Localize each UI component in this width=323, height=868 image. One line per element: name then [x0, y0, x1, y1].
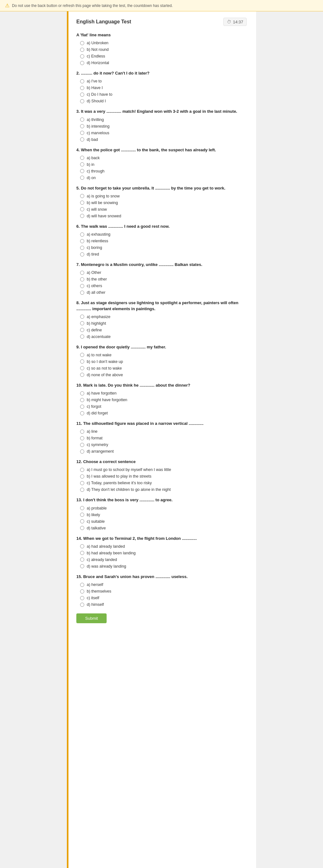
- option-11-0[interactable]: a) line: [76, 429, 247, 434]
- radio-10-3[interactable]: [80, 411, 84, 415]
- radio-9-0[interactable]: [80, 353, 84, 357]
- radio-7-0[interactable]: [80, 271, 84, 275]
- option-5-1[interactable]: b) will be snowing: [76, 200, 247, 205]
- radio-14-0[interactable]: [80, 544, 84, 548]
- radio-11-0[interactable]: [80, 430, 84, 434]
- radio-3-0[interactable]: [80, 118, 84, 122]
- radio-10-2[interactable]: [80, 405, 84, 409]
- option-8-2[interactable]: c) define: [76, 328, 247, 333]
- option-7-2[interactable]: c) others: [76, 283, 247, 288]
- radio-4-0[interactable]: [80, 156, 84, 160]
- radio-11-1[interactable]: [80, 436, 84, 440]
- option-6-3[interactable]: d) tired: [76, 252, 247, 257]
- radio-9-1[interactable]: [80, 360, 84, 364]
- option-9-3[interactable]: d) none of the above: [76, 372, 247, 377]
- radio-14-3[interactable]: [80, 564, 84, 568]
- option-6-2[interactable]: c) boring: [76, 245, 247, 250]
- option-10-0[interactable]: a) have forgotten: [76, 391, 247, 396]
- option-1-1[interactable]: b) Not round: [76, 47, 247, 52]
- option-6-1[interactable]: b) relentless: [76, 239, 247, 244]
- option-14-0[interactable]: a) had already landed: [76, 544, 247, 549]
- option-13-0[interactable]: a) probable: [76, 506, 247, 511]
- radio-1-1[interactable]: [80, 48, 84, 52]
- option-11-2[interactable]: c) symmetry: [76, 442, 247, 447]
- radio-7-2[interactable]: [80, 284, 84, 288]
- radio-10-0[interactable]: [80, 391, 84, 396]
- option-4-2[interactable]: c) through: [76, 169, 247, 174]
- radio-2-1[interactable]: [80, 86, 84, 90]
- option-13-3[interactable]: d) talkative: [76, 526, 247, 531]
- radio-1-2[interactable]: [80, 54, 84, 58]
- option-12-3[interactable]: d) They don't let children to go alone i…: [76, 487, 247, 492]
- option-2-1[interactable]: b) Have I: [76, 85, 247, 90]
- radio-3-2[interactable]: [80, 131, 84, 135]
- radio-14-1[interactable]: [80, 551, 84, 555]
- radio-6-2[interactable]: [80, 246, 84, 250]
- radio-8-1[interactable]: [80, 321, 84, 326]
- option-11-1[interactable]: b) format: [76, 436, 247, 441]
- option-7-1[interactable]: b) the other: [76, 277, 247, 282]
- radio-12-1[interactable]: [80, 474, 84, 478]
- option-15-3[interactable]: d) himself: [76, 602, 247, 607]
- option-14-1[interactable]: b) had already been landing: [76, 551, 247, 556]
- radio-6-3[interactable]: [80, 252, 84, 256]
- radio-1-3[interactable]: [80, 61, 84, 65]
- option-10-1[interactable]: b) might have forgotten: [76, 397, 247, 402]
- radio-7-1[interactable]: [80, 277, 84, 281]
- option-15-0[interactable]: a) herself: [76, 582, 247, 587]
- radio-4-3[interactable]: [80, 176, 84, 180]
- radio-5-1[interactable]: [80, 200, 84, 205]
- option-7-0[interactable]: a) Other: [76, 270, 247, 275]
- option-13-2[interactable]: c) suitable: [76, 519, 247, 524]
- option-2-3[interactable]: d) Should I: [76, 98, 247, 103]
- radio-2-3[interactable]: [80, 99, 84, 103]
- radio-2-0[interactable]: [80, 79, 84, 83]
- option-10-2[interactable]: c) forgot: [76, 404, 247, 409]
- option-3-0[interactable]: a) thrilling: [76, 117, 247, 122]
- option-12-2[interactable]: c) Today, parents believe it's too risky: [76, 480, 247, 486]
- option-1-0[interactable]: a) Unbroken: [76, 40, 247, 45]
- option-14-3[interactable]: d) was already landing: [76, 564, 247, 569]
- option-3-3[interactable]: d) bad: [76, 137, 247, 142]
- radio-12-3[interactable]: [80, 488, 84, 492]
- radio-8-2[interactable]: [80, 328, 84, 332]
- radio-15-3[interactable]: [80, 603, 84, 607]
- radio-15-0[interactable]: [80, 583, 84, 587]
- option-6-0[interactable]: a) exhausting: [76, 232, 247, 237]
- radio-14-2[interactable]: [80, 558, 84, 562]
- option-1-2[interactable]: c) Endless: [76, 54, 247, 59]
- option-12-0[interactable]: a) I must go to school by myself when I …: [76, 467, 247, 472]
- radio-5-3[interactable]: [80, 214, 84, 218]
- option-2-0[interactable]: a) I've to: [76, 79, 247, 84]
- option-4-3[interactable]: d) on: [76, 175, 247, 180]
- radio-5-0[interactable]: [80, 194, 84, 198]
- radio-1-0[interactable]: [80, 41, 84, 45]
- option-5-0[interactable]: a) is going to snow: [76, 194, 247, 199]
- radio-13-3[interactable]: [80, 526, 84, 530]
- radio-3-3[interactable]: [80, 137, 84, 142]
- radio-13-0[interactable]: [80, 506, 84, 510]
- submit-button[interactable]: Submit: [76, 613, 107, 623]
- radio-8-0[interactable]: [80, 315, 84, 319]
- option-12-1[interactable]: b) I was allowed to play in the streets: [76, 474, 247, 479]
- option-9-2[interactable]: c) so as not to wake: [76, 366, 247, 371]
- option-8-3[interactable]: d) accentuate: [76, 334, 247, 339]
- radio-9-3[interactable]: [80, 373, 84, 377]
- radio-3-1[interactable]: [80, 124, 84, 128]
- radio-15-2[interactable]: [80, 596, 84, 600]
- option-5-2[interactable]: c) will snow: [76, 207, 247, 212]
- radio-2-2[interactable]: [80, 93, 84, 97]
- radio-12-0[interactable]: [80, 468, 84, 472]
- radio-7-3[interactable]: [80, 290, 84, 295]
- radio-13-1[interactable]: [80, 513, 84, 517]
- radio-10-1[interactable]: [80, 398, 84, 402]
- option-15-2[interactable]: c) itself: [76, 595, 247, 600]
- option-4-1[interactable]: b) in: [76, 162, 247, 167]
- option-14-2[interactable]: c) already landed: [76, 557, 247, 562]
- radio-6-1[interactable]: [80, 239, 84, 243]
- radio-9-2[interactable]: [80, 366, 84, 370]
- option-8-1[interactable]: b) highlight: [76, 321, 247, 326]
- option-10-3[interactable]: d) did forget: [76, 411, 247, 416]
- option-1-3[interactable]: d) Horizontal: [76, 60, 247, 65]
- option-15-1[interactable]: b) themselves: [76, 589, 247, 594]
